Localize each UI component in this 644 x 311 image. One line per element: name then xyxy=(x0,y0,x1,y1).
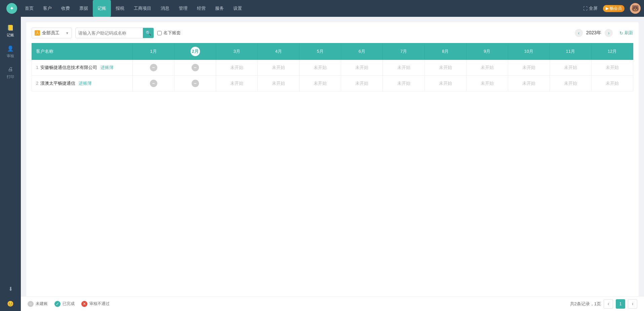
next-year-button[interactable]: › xyxy=(605,29,613,37)
legend-item-gray: −未建账 xyxy=(28,301,48,307)
sidebar: 📒记账👤审核🖨打印⬇😊 xyxy=(0,17,21,311)
nav-item-首页[interactable]: 首页 xyxy=(20,0,38,17)
play-icon: ▶ xyxy=(606,6,609,11)
cell-month-1: − xyxy=(133,76,174,91)
prev-page-button[interactable]: ‹ xyxy=(604,299,613,309)
status-not-started: 未开始 xyxy=(606,65,619,70)
chevron-down-icon: ▼ xyxy=(66,31,69,35)
sidebar-label: 打印 xyxy=(7,74,14,79)
cell-company-name: 1安徽畅捷通信息技术有限公司进账簿 xyxy=(32,60,133,76)
prev-year-button[interactable]: ‹ xyxy=(575,29,583,37)
status-not-started: 未开始 xyxy=(314,65,327,70)
nav-item-客户[interactable]: 客户 xyxy=(38,0,56,17)
sidebar-item-打印[interactable]: 🖨打印 xyxy=(0,62,21,83)
cell-month-9: 未开始 xyxy=(466,60,508,76)
row-num: 1 xyxy=(36,65,38,70)
fullscreen-icon: ⛶ xyxy=(583,6,588,11)
total-text: 共2条记录，1页 xyxy=(570,301,601,307)
sidebar-item-审核[interactable]: 👤审核 xyxy=(0,41,21,62)
cell-month-10: 未开始 xyxy=(508,60,550,76)
cell-month-5: 未开始 xyxy=(299,76,341,91)
employee-badge-icon: 人 xyxy=(35,30,40,36)
nav-item-工商项目[interactable]: 工商项目 xyxy=(129,0,156,17)
status-not-started: 未开始 xyxy=(522,81,535,86)
status-not-started: 未开始 xyxy=(439,81,452,86)
fullscreen-btn[interactable]: ⛶ 全屏 xyxy=(583,5,598,11)
search-wrap: 🔍 xyxy=(75,28,154,38)
employee-label: 全部员工 xyxy=(42,30,59,36)
status-not-started: 未开始 xyxy=(439,65,452,70)
current-month-circle: 2月 xyxy=(191,47,200,56)
legend-label-gray: 未建账 xyxy=(36,301,48,307)
data-table: 客户名称1月2月3月4月5月6月7月8月9月10月11月12月1安徽畅捷通信息技… xyxy=(32,43,633,91)
cell-month-12: 未开始 xyxy=(591,60,633,76)
status-not-started: 未开始 xyxy=(522,65,535,70)
toolbar: 人 全部员工 ▼ 🔍 名下账套 ‹ 2023年 › ↻ 刷新 xyxy=(32,28,633,38)
content-card: 人 全部员工 ▼ 🔍 名下账套 ‹ 2023年 › ↻ 刷新 xyxy=(26,22,639,300)
logo-icon: ✦ xyxy=(6,3,17,14)
legend-dot-red: ✕ xyxy=(81,301,87,307)
cell-month-3: 未开始 xyxy=(216,76,258,91)
cell-month-7: 未开始 xyxy=(383,60,425,76)
search-button[interactable]: 🔍 xyxy=(143,28,154,38)
cell-company-name: 2漠澳太平畅捷通信进账簿 xyxy=(32,76,133,91)
status-dash-icon: − xyxy=(150,80,157,87)
col-header-month-11: 11月 xyxy=(550,43,591,60)
sidebar-bottom-icon: 😊 xyxy=(6,300,14,308)
legend-label-red: 审核不通过 xyxy=(89,301,110,307)
search-input[interactable] xyxy=(76,31,143,36)
legend-item-teal: ✓已完成 xyxy=(54,301,75,307)
nav-right: ⛶ 全屏 ▶ 畅会员 🐻 xyxy=(583,3,641,14)
legend: −未建账✓已完成✕审核不通过 xyxy=(28,301,110,307)
col-header-month-10: 10月 xyxy=(508,43,550,60)
year-text: 2023年 xyxy=(586,30,601,36)
enter-account-link[interactable]: 进账簿 xyxy=(100,65,114,70)
main-content: 人 全部员工 ▼ 🔍 名下账套 ‹ 2023年 › ↻ 刷新 xyxy=(21,17,644,311)
col-header-month-9: 9月 xyxy=(466,43,508,60)
refresh-button[interactable]: ↻ 刷新 xyxy=(619,30,633,36)
nav-item-记账[interactable]: 记账 xyxy=(93,0,111,17)
status-not-started: 未开始 xyxy=(272,65,285,70)
sidebar-bottom-item[interactable]: 😊 xyxy=(0,296,21,311)
vip-label: 畅会员 xyxy=(610,6,622,11)
legend-label-teal: 已完成 xyxy=(63,301,75,307)
nav-item-收费[interactable]: 收费 xyxy=(56,0,75,17)
status-dash-icon: − xyxy=(192,80,199,87)
cell-month-11: 未开始 xyxy=(550,76,591,91)
footer: −未建账✓已完成✕审核不通过 共2条记录，1页 ‹ 1 › xyxy=(21,296,644,311)
refresh-icon: ↻ xyxy=(619,31,623,36)
vip-btn[interactable]: ▶ 畅会员 xyxy=(603,5,625,12)
avatar[interactable]: 🐻 xyxy=(630,3,641,14)
sidebar-icon: 👤 xyxy=(6,44,14,52)
next-page-button[interactable]: › xyxy=(628,299,637,309)
logo: ✦ xyxy=(3,3,20,14)
sidebar-bottom-item[interactable]: ⬇ xyxy=(0,281,21,296)
legend-dot-gray: − xyxy=(28,301,34,307)
nav-item-报税[interactable]: 报税 xyxy=(111,0,129,17)
cell-month-4: 未开始 xyxy=(258,76,299,91)
cell-month-6: 未开始 xyxy=(341,76,383,91)
company-name: 漠澳太平畅捷通信 xyxy=(40,81,75,86)
status-not-started: 未开始 xyxy=(606,81,619,86)
status-not-started: 未开始 xyxy=(230,65,243,70)
status-not-started: 未开始 xyxy=(355,65,368,70)
nav-item-经营[interactable]: 经营 xyxy=(192,0,210,17)
my-accounts-checkbox-label[interactable]: 名下账套 xyxy=(157,30,181,36)
status-not-started: 未开始 xyxy=(481,65,494,70)
status-not-started: 未开始 xyxy=(481,81,494,86)
nav-item-票据[interactable]: 票据 xyxy=(75,0,93,17)
employee-select[interactable]: 人 全部员工 ▼ xyxy=(32,28,72,38)
nav-item-设置[interactable]: 设置 xyxy=(229,0,247,17)
nav-item-管理[interactable]: 管理 xyxy=(174,0,192,17)
page-1-button[interactable]: 1 xyxy=(616,299,625,309)
my-accounts-checkbox[interactable] xyxy=(157,31,162,35)
top-nav: ✦ 首页客户收费票据记账报税工商项目消息管理经营服务设置 ⛶ 全屏 ▶ 畅会员 … xyxy=(0,0,644,17)
sidebar-icon: 📒 xyxy=(6,24,14,32)
nav-item-消息[interactable]: 消息 xyxy=(156,0,174,17)
cell-month-7: 未开始 xyxy=(383,76,425,91)
cell-month-8: 未开始 xyxy=(425,60,466,76)
enter-account-link[interactable]: 进账簿 xyxy=(79,81,92,86)
nav-item-服务[interactable]: 服务 xyxy=(210,0,229,17)
sidebar-item-记账[interactable]: 📒记账 xyxy=(0,20,21,41)
table-row: 1安徽畅捷通信息技术有限公司进账簿−−未开始未开始未开始未开始未开始未开始未开始… xyxy=(32,60,633,76)
